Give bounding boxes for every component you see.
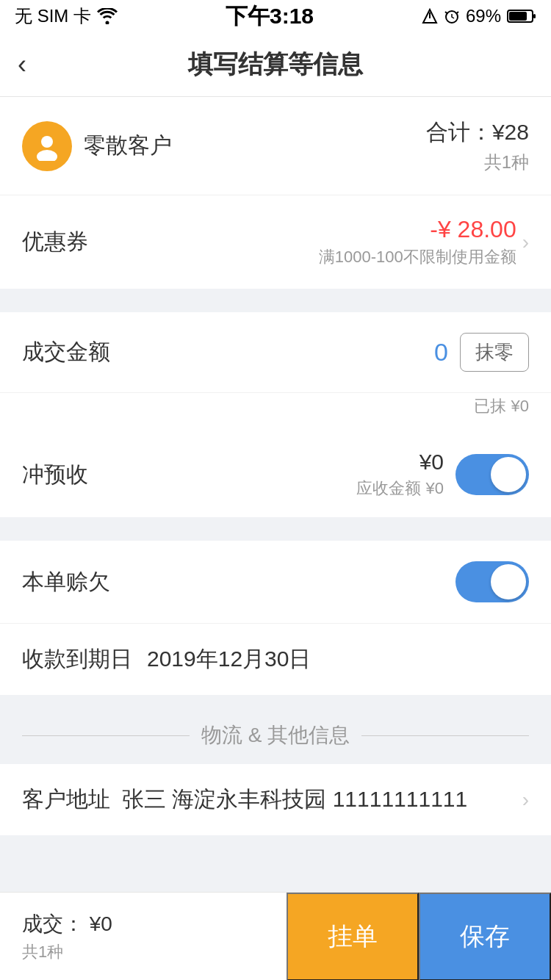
footer: 成交： ¥0 共1种 挂单 保存 [0,892,551,980]
footer-count: 共1种 [22,941,264,963]
address-label: 客户地址 [22,785,110,815]
logistics-title: 物流 & 其他信息 [201,721,350,749]
battery-icon [507,8,536,24]
address-chevron-icon: › [522,788,529,812]
transaction-row: 成交金额 0 抹零 [0,312,551,393]
alarm-icon [444,8,460,24]
coupon-chevron-icon: › [522,231,529,254]
logistics-header: 物流 & 其他信息 [0,707,551,764]
duedate-value: 2019年12月30日 [147,644,311,674]
customer-icon [32,131,62,161]
battery-label: 69% [466,6,501,26]
precollect-right: ¥0 应收金额 ¥0 [356,450,529,500]
coupon-label: 优惠券 [22,227,88,257]
hang-order-button[interactable]: 挂单 [287,893,419,981]
back-button[interactable]: ‹ [18,49,26,80]
debit-row: 本单赊欠 [0,541,551,623]
transaction-label: 成交金额 [22,337,110,367]
transaction-right: 0 抹零 [434,333,529,372]
customer-name: 零散客户 [84,131,172,161]
footer-transaction: 成交： ¥0 [22,910,264,938]
save-button[interactable]: 保存 [419,893,551,981]
status-time: 下午3:18 [226,1,314,32]
svg-point-6 [37,150,57,161]
debit-label: 本单赊欠 [22,567,110,597]
status-left: 无 SIM 卡 [15,4,118,28]
svg-point-5 [41,136,53,148]
address-row[interactable]: 客户地址 张三 海淀永丰科技园 11111111111 › [0,764,551,835]
wifi-icon [97,8,118,24]
footer-transaction-amount: ¥0 [90,912,112,935]
customer-count: 共1种 [426,151,529,174]
footer-transaction-label: 成交： [22,912,84,935]
transaction-value: 0 [434,338,448,367]
status-bar: 无 SIM 卡 下午3:18 69% [0,0,551,32]
svg-rect-4 [509,12,527,21]
precollect-label: 冲预收 [22,460,88,490]
svg-rect-3 [533,14,536,18]
debit-section: 本单赊欠 收款到期日 2019年12月30日 [0,541,551,695]
coupon-desc: 满1000-100不限制使用金额 [319,246,516,268]
coupon-row[interactable]: 优惠券 -¥ 28.00 满1000-100不限制使用金额 › [0,195,551,289]
round-button[interactable]: 抹零 [460,333,529,372]
precollect-receivable: 应收金额 ¥0 [356,478,444,500]
customer-section: 零散客户 合计：¥28 共1种 优惠券 -¥ 28.00 满1000-100不限… [0,97,551,289]
address-section: 客户地址 张三 海淀永丰科技园 11111111111 › [0,764,551,835]
address-value: 张三 海淀永丰科技园 11111111111 [110,785,522,815]
nav-bar: ‹ 填写结算等信息 [0,32,551,97]
debit-toggle[interactable] [455,561,529,602]
status-right: 69% [422,6,536,26]
customer-row: 零散客户 合计：¥28 共1种 [0,97,551,195]
customer-info: 零散客户 [22,121,172,171]
precollect-amount: ¥0 [356,450,444,475]
round-sub-text: 已抹 ¥0 [474,397,529,415]
location-icon [422,8,438,24]
duedate-row: 收款到期日 2019年12月30日 [0,623,551,695]
transaction-section: 成交金额 0 抹零 已抹 ¥0 冲预收 ¥0 应收金额 ¥0 [0,312,551,517]
duedate-label: 收款到期日 [22,644,132,674]
sim-label: 无 SIM 卡 [15,4,91,28]
precollect-values: ¥0 应收金额 ¥0 [356,450,444,500]
customer-total: 合计：¥28 [426,118,529,148]
customer-summary: 合计：¥28 共1种 [426,118,529,174]
precollect-row: 冲预收 ¥0 应收金额 ¥0 [0,432,551,517]
debit-toggle-knob [491,564,526,599]
toggle-knob [491,457,526,492]
divider-2 [0,529,551,541]
divider-1 [0,300,551,312]
coupon-amount: -¥ 28.00 [319,216,516,243]
customer-avatar [22,121,72,171]
footer-summary: 成交： ¥0 共1种 [0,910,287,963]
page-title: 填写结算等信息 [188,48,363,82]
coupon-right: -¥ 28.00 满1000-100不限制使用金额 › [319,216,529,268]
precollect-toggle[interactable] [455,454,529,495]
